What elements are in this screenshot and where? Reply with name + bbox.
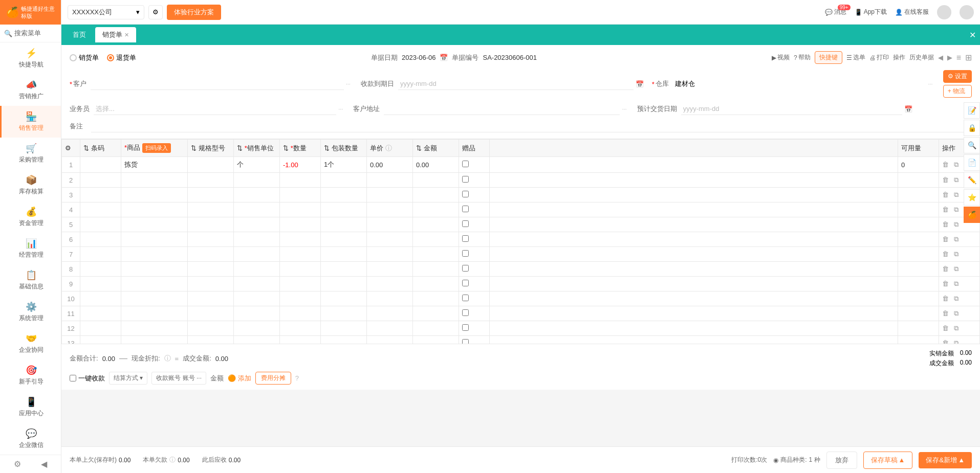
gift-checkbox[interactable] xyxy=(462,309,469,316)
cell-amount[interactable] xyxy=(413,232,459,247)
cell-qty[interactable] xyxy=(280,277,321,291)
nav-next-icon[interactable]: ▶ xyxy=(947,54,952,61)
salesperson-input[interactable] xyxy=(94,103,336,115)
cell-pack-qty[interactable] xyxy=(321,277,367,291)
copy-icon[interactable]: ⧉ xyxy=(954,220,959,228)
cell-barcode[interactable] xyxy=(80,202,121,217)
scan-btn[interactable]: 扫码录入 xyxy=(142,143,171,153)
cell-price[interactable] xyxy=(367,217,413,232)
gift-checkbox[interactable] xyxy=(462,324,469,331)
gift-checkbox[interactable] xyxy=(462,295,469,301)
delete-icon[interactable]: 🗑 xyxy=(942,265,949,273)
cell-spec[interactable] xyxy=(188,306,234,321)
cell-qty[interactable] xyxy=(280,188,321,202)
copy-icon[interactable]: ⧉ xyxy=(954,191,959,198)
calendar-due-icon[interactable]: 📅 xyxy=(634,80,644,88)
cell-spec[interactable] xyxy=(188,247,234,262)
cell-pack-qty[interactable] xyxy=(321,232,367,247)
cell-product[interactable] xyxy=(121,173,188,188)
sidebar-item-guide[interactable]: 🎯 新手引导 xyxy=(0,359,61,391)
topbar-gear-button[interactable]: ⚙ xyxy=(148,5,163,19)
salesperson-dots[interactable]: ··· xyxy=(336,106,345,112)
cell-barcode[interactable] xyxy=(80,277,121,291)
settings-bottom-btn[interactable]: ⚙ xyxy=(14,459,21,469)
cell-product[interactable] xyxy=(121,232,188,247)
cell-qty[interactable] xyxy=(280,321,321,336)
cell-price[interactable] xyxy=(367,247,413,262)
expense-info-icon[interactable]: ? xyxy=(295,374,299,382)
cell-spec[interactable] xyxy=(188,336,234,344)
cell-product[interactable] xyxy=(121,217,188,232)
cell-spec[interactable] xyxy=(188,202,234,217)
cell-qty[interactable] xyxy=(280,173,321,188)
cell-unit[interactable] xyxy=(234,336,280,344)
cell-product[interactable] xyxy=(121,291,188,306)
copy-icon[interactable]: ⧉ xyxy=(954,176,959,184)
cell-amount[interactable]: 0.00 xyxy=(413,157,459,173)
delete-icon[interactable]: 🗑 xyxy=(942,280,949,287)
operate-action[interactable]: 操作 xyxy=(893,53,905,62)
payment-checkbox[interactable] xyxy=(70,375,76,381)
cell-qty[interactable] xyxy=(280,202,321,217)
cell-qty[interactable] xyxy=(280,217,321,232)
cell-gift[interactable] xyxy=(459,306,490,321)
video-action[interactable]: ▶ 视频 xyxy=(772,53,790,62)
cell-barcode[interactable] xyxy=(80,173,121,188)
delete-icon[interactable]: 🗑 xyxy=(942,250,949,258)
cell-amount[interactable] xyxy=(413,277,459,291)
cell-price[interactable] xyxy=(367,306,413,321)
customer-input[interactable] xyxy=(91,78,344,90)
view-grid-icon[interactable]: ⊞ xyxy=(965,53,972,62)
cell-product[interactable] xyxy=(121,247,188,262)
sidebar-item-operations[interactable]: 📊 经营管理 xyxy=(0,233,61,264)
cell-barcode[interactable] xyxy=(80,188,121,202)
payment-due-input[interactable] xyxy=(398,78,634,90)
float-btn-6[interactable]: ⭐ xyxy=(964,189,980,206)
cell-product[interactable] xyxy=(121,336,188,344)
cell-unit[interactable] xyxy=(234,217,280,232)
sidebar-item-sales[interactable]: 🏪 销售管理 xyxy=(0,106,61,138)
settings-btn[interactable]: ⚙ 设置 xyxy=(943,70,972,83)
cell-product[interactable] xyxy=(121,202,188,217)
cell-amount[interactable] xyxy=(413,306,459,321)
shortcut-btn[interactable]: 快捷键 xyxy=(815,51,842,64)
delete-icon[interactable]: 🗑 xyxy=(942,339,949,344)
cell-gift[interactable] xyxy=(459,173,490,188)
float-btn-2[interactable]: 🔒 xyxy=(964,120,980,136)
copy-icon[interactable]: ⧉ xyxy=(954,280,959,287)
save-new-btn[interactable]: 保存&新增 ▲ xyxy=(919,452,972,468)
user-avatar2[interactable] xyxy=(960,5,974,19)
cell-spec[interactable] xyxy=(188,277,234,291)
sidebar-item-inventory[interactable]: 📦 库存核算 xyxy=(0,169,61,201)
delete-icon[interactable]: 🗑 xyxy=(942,176,949,184)
delete-icon[interactable]: 🗑 xyxy=(942,161,949,168)
cell-price[interactable] xyxy=(367,173,413,188)
cell-barcode[interactable] xyxy=(80,157,121,173)
cell-qty[interactable] xyxy=(280,232,321,247)
cell-unit[interactable] xyxy=(234,188,280,202)
help-action[interactable]: ? 帮助 xyxy=(794,53,811,62)
addr-dots[interactable]: ··· xyxy=(620,106,628,112)
message-icon-btn[interactable]: 💬 消息 99+ xyxy=(825,8,846,16)
print-action[interactable]: 🖨 打印 xyxy=(869,53,889,62)
sidebar-item-system[interactable]: ⚙️ 系统管理 xyxy=(0,296,61,328)
discount-info-icon[interactable]: ⓘ xyxy=(164,354,171,363)
cell-barcode[interactable] xyxy=(80,232,121,247)
copy-icon[interactable]: ⧉ xyxy=(954,206,959,213)
copy-icon[interactable]: ⧉ xyxy=(954,339,959,344)
float-btn-3[interactable]: 🔍 xyxy=(964,137,980,153)
dots-icon[interactable]: ··· xyxy=(197,374,202,381)
cell-price[interactable] xyxy=(367,321,413,336)
sidebar-item-marketing[interactable]: 📣 营销推广 xyxy=(0,74,61,106)
cell-gift[interactable] xyxy=(459,217,490,232)
gift-checkbox[interactable] xyxy=(462,235,469,242)
th-settings[interactable]: ⚙ xyxy=(62,140,80,157)
cell-amount[interactable] xyxy=(413,321,459,336)
cell-qty[interactable]: -1.00 xyxy=(280,157,321,173)
cell-gift[interactable] xyxy=(459,188,490,202)
cell-product[interactable] xyxy=(121,262,188,277)
save-draft-btn[interactable]: 保存草稿 ▲ xyxy=(863,452,913,469)
gift-checkbox[interactable] xyxy=(462,176,469,183)
cell-product[interactable] xyxy=(121,321,188,336)
cell-pack-qty[interactable] xyxy=(321,321,367,336)
